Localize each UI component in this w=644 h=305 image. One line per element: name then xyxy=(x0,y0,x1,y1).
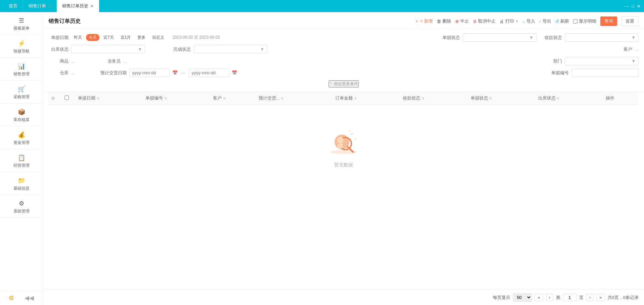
minimize-btn[interactable]: — xyxy=(625,4,629,9)
filter-date-range-item: 2023-06-02 至 2023-06-02 xyxy=(172,35,220,40)
date-btn-today[interactable]: 今天 xyxy=(86,34,99,41)
system-mgmt-icon: ⚙ xyxy=(19,200,24,207)
payment-status-select[interactable]: ▼ xyxy=(565,33,639,42)
sidebar-item-system-mgmt[interactable]: ⚙ 系统管理 xyxy=(0,195,43,218)
calendar-to-icon[interactable]: 📅 xyxy=(232,70,237,75)
display-detail-checkbox[interactable] xyxy=(573,19,577,24)
main-layout: ☰ 搜索菜单 ⚡ 快捷导航 📊 销售管理 🛒 采购管理 📦 库存核算 💰 资金管… xyxy=(0,12,644,305)
completion-status-select[interactable]: ▼ xyxy=(194,45,267,53)
tab-sales-order[interactable]: 销售订单 ✕ xyxy=(23,0,57,12)
col-date: 单据日期 ⇅ xyxy=(75,92,143,105)
expected-delivery-from[interactable] xyxy=(129,69,170,77)
query-btn[interactable]: 查询 xyxy=(600,16,617,26)
sidebar-item-sales-mgmt[interactable]: 📊 销售管理 xyxy=(0,58,43,81)
col-expected-delivery: 预计交货... ⇅ xyxy=(256,92,333,105)
empty-svg: ✦ ✦ ✦ xyxy=(324,125,364,159)
sidebar-item-search-menu[interactable]: ☰ 搜索菜单 xyxy=(0,12,43,35)
svg-point-4 xyxy=(337,137,344,144)
col-payment-status: 收款状态 ⇅ xyxy=(400,92,468,105)
sort-number-icon[interactable]: ⇅ xyxy=(164,97,167,100)
sidebar-item-operation-mgmt[interactable]: 📋 经营管理 xyxy=(0,149,43,172)
maximize-btn[interactable]: □ xyxy=(632,4,634,9)
col-amount: 订单金额 ⇅ xyxy=(333,92,400,105)
filter-row-3: 商品 ... 业务员 ... 部门 ▼ xyxy=(48,57,639,65)
filter-area: 单据日期 昨天 今天 近7天 近1月 更多 自定义 2023-06-02 至 2… xyxy=(43,29,644,92)
close-btn[interactable]: ✕ xyxy=(637,4,641,9)
sidebar-item-capital-mgmt[interactable]: 💰 资金管理 xyxy=(0,126,43,149)
sidebar-gear-btn[interactable]: ⚙ xyxy=(9,294,14,302)
refresh-btn[interactable]: ↺ 刷新 xyxy=(555,18,569,24)
tab-sales-order-history[interactable]: 销售订单历史 ✕ xyxy=(57,0,99,12)
department-select[interactable]: ▼ xyxy=(565,57,639,65)
sidebar-item-inventory[interactable]: 📦 库存核算 xyxy=(0,104,43,126)
date-btn-1month[interactable]: 近1月 xyxy=(118,34,134,41)
pagination: 每页显示 50 10 20 100 « ‹ 第 页 › » 共0页，0条记录 xyxy=(43,290,644,305)
content-area: 销售订单历史 ＋ + 新增 🗑 删除 ⊗ 中止 ⊘ 取消中止 xyxy=(43,12,644,305)
delivery-status-select[interactable]: ▼ xyxy=(71,45,145,53)
sort-amount-icon[interactable]: ⇅ xyxy=(354,97,357,100)
settings-btn[interactable]: 设置 xyxy=(621,16,639,26)
salesman-dots[interactable]: ... xyxy=(123,59,127,64)
toolbar: ＋ + 新增 🗑 删除 ⊗ 中止 ⊘ 取消中止 🖨 打印 xyxy=(415,16,639,26)
display-detail-checkbox-label[interactable]: 显示明细 xyxy=(573,18,596,24)
empty-illustration: ✦ ✦ ✦ xyxy=(324,125,364,159)
calendar-from-icon[interactable]: 📅 xyxy=(172,70,178,75)
sidebar-item-basic-info[interactable]: 📁 基础信息 xyxy=(0,172,43,195)
filter-completion-status-item: 完成状态 ▼ xyxy=(171,45,267,53)
page-number-input[interactable] xyxy=(563,294,576,301)
date-btn-custom[interactable]: 自定义 xyxy=(149,34,167,41)
sidebar-item-purchase-mgmt[interactable]: 🛒 采购管理 xyxy=(0,81,43,104)
order-status-select[interactable]: ▼ xyxy=(463,33,536,42)
sort-payment-status-icon[interactable]: ⇅ xyxy=(422,97,424,100)
sidebar-item-quick-nav[interactable]: ⚡ 快捷导航 xyxy=(0,35,43,58)
select-all-checkbox[interactable] xyxy=(65,96,69,100)
sort-order-status-icon[interactable]: ⇅ xyxy=(489,97,492,100)
table-settings-icon[interactable]: ⚙ xyxy=(51,96,55,101)
print-btn[interactable]: 🖨 打印 ▼ xyxy=(500,18,519,24)
export-btn[interactable]: ↑ 导出 xyxy=(539,18,552,24)
sidebar: ☰ 搜索菜单 ⚡ 快捷导航 📊 销售管理 🛒 采购管理 📦 库存核算 💰 资金管… xyxy=(0,12,43,305)
customer-label: 客户 xyxy=(612,46,632,52)
order-number-input[interactable] xyxy=(571,69,639,77)
svg-rect-5 xyxy=(338,144,343,148)
close-sales-order-tab[interactable]: ✕ xyxy=(48,4,51,8)
warehouse-dots[interactable]: ... xyxy=(71,70,75,75)
inventory-icon: 📦 xyxy=(18,108,25,116)
next-page-btn[interactable]: › xyxy=(586,294,594,301)
expected-delivery-to[interactable] xyxy=(189,69,229,77)
refresh-icon: ↺ xyxy=(555,19,559,24)
filter-product-item: 商品 ... xyxy=(48,58,75,64)
date-btn-7days[interactable]: 近7天 xyxy=(101,34,117,41)
sort-delivery-status-icon[interactable]: ⇅ xyxy=(557,97,559,100)
date-btn-more[interactable]: 更多 xyxy=(135,34,148,41)
product-dots[interactable]: ... xyxy=(71,59,75,64)
per-page-select[interactable]: 50 10 20 100 xyxy=(513,293,532,302)
sort-expected-delivery-icon[interactable]: ⇅ xyxy=(281,97,284,100)
customer-dots[interactable]: ... xyxy=(635,47,639,52)
collapse-btn[interactable]: ⌃ 收起更多条件 xyxy=(329,80,359,87)
collapse-up-icon: ⌃ xyxy=(329,82,333,86)
new-btn[interactable]: ＋ + 新增 xyxy=(415,18,433,24)
import-btn[interactable]: ↓ 导入 xyxy=(523,18,535,24)
search-menu-icon: ☰ xyxy=(19,17,24,24)
stop-btn[interactable]: ⊗ 中止 xyxy=(455,18,469,24)
delete-btn[interactable]: 🗑 删除 xyxy=(437,18,451,24)
col-number: 单据编号 ⇅ xyxy=(143,92,210,105)
sort-customer-icon[interactable]: ⇅ xyxy=(223,97,226,100)
salesman-label: 业务员 xyxy=(100,58,121,64)
date-quick-buttons: 昨天 今天 近7天 近1月 更多 自定义 xyxy=(71,34,167,41)
first-page-btn[interactable]: « xyxy=(534,294,543,301)
delivery-status-label: 出库状态 xyxy=(48,46,69,52)
prev-page-btn[interactable]: ‹ xyxy=(546,294,553,301)
tab-home[interactable]: 首页 xyxy=(3,0,23,12)
cancel-stop-btn[interactable]: ⊘ 取消中止 xyxy=(473,18,496,24)
print-dropdown-icon[interactable]: ▼ xyxy=(515,20,519,23)
last-page-btn[interactable]: » xyxy=(596,294,605,301)
date-btn-yesterday[interactable]: 昨天 xyxy=(71,34,85,41)
plus-icon: ＋ xyxy=(415,18,419,24)
close-history-tab[interactable]: ✕ xyxy=(90,4,93,8)
payment-status-label: 收款状态 xyxy=(542,35,562,41)
filter-row-2: 出库状态 ▼ 完成状态 ▼ 客户 ... xyxy=(48,45,639,53)
sidebar-collapse-btn[interactable]: ◀◀ xyxy=(25,294,34,302)
sort-date-icon[interactable]: ⇅ xyxy=(97,97,99,100)
